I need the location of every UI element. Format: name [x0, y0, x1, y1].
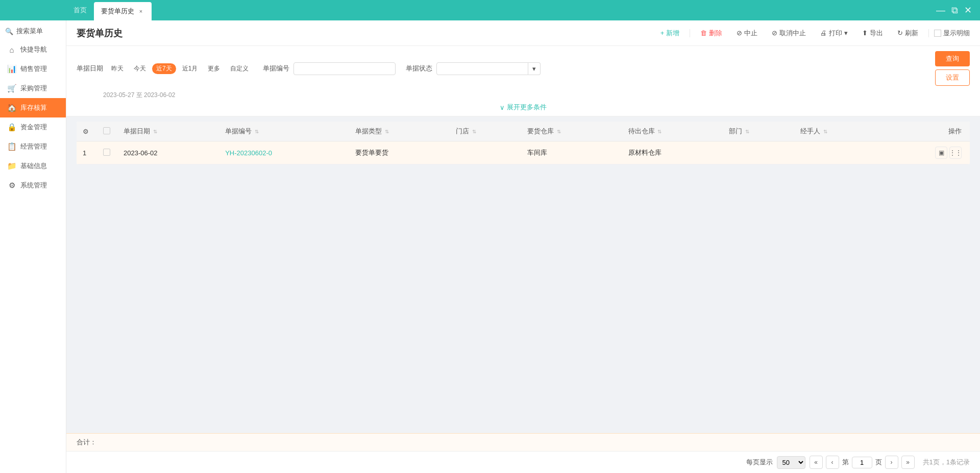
page-title: 要货单历史 — [77, 27, 122, 39]
filter-area: 单据日期 昨天 今天 近7天 近1月 更多 自定义 单据编号 — [66, 46, 980, 116]
first-page-btn[interactable]: « — [810, 456, 823, 469]
print-button[interactable]: 🖨 打印 ▾ — [815, 26, 853, 40]
th-handler[interactable]: 经手人 ⇅ — [794, 122, 880, 141]
sort-req-wh-icon: ⇅ — [557, 129, 561, 134]
minimize-icon[interactable]: — — [936, 5, 945, 16]
th-checkbox[interactable] — [97, 122, 117, 141]
order-history-tab-label: 要货单历史 — [101, 7, 134, 16]
cell-operation: ▣ ⋮⋮ — [880, 141, 970, 164]
refresh-button[interactable]: ↻ 刷新 — [892, 26, 923, 40]
expand-more-btn[interactable]: ∨ 展开更多条件 — [77, 101, 970, 116]
finance-icon: 🔒 — [7, 123, 16, 132]
th-operation: 操作 — [880, 122, 970, 141]
date-filter: 单据日期 昨天 今天 近7天 近1月 更多 自定义 — [77, 63, 253, 74]
sidebar-item-finance[interactable]: 🔒 资金管理 — [0, 117, 66, 137]
header-checkbox[interactable] — [103, 127, 110, 134]
content-area: 要货单历史 + 新增 🗑 删除 ⊘ 中止 ⊘ 取消中止 — [66, 20, 980, 473]
last-page-btn[interactable]: » — [901, 456, 915, 469]
stop-button[interactable]: ⊘ 中止 — [731, 26, 763, 40]
stop-icon: ⊘ — [737, 29, 742, 37]
sidebar-item-quick-nav[interactable]: ⌂ 快捷导航 — [0, 40, 66, 59]
sort-store-icon: ⇅ — [472, 129, 476, 134]
print-dropdown-icon: ▾ — [844, 29, 848, 37]
th-settings[interactable]: ⚙ — [77, 122, 97, 141]
next-page-btn[interactable]: › — [885, 456, 898, 469]
sidebar-label-operations: 经营管理 — [20, 142, 47, 151]
sidebar-item-purchase-mgmt[interactable]: 🛒 采购管理 — [0, 79, 66, 98]
cell-department — [723, 141, 794, 164]
sidebar-item-inventory[interactable]: 🏠 库存核算 — [0, 98, 66, 117]
bill-status-dropdown[interactable]: ▾ — [528, 62, 541, 75]
content-header: 要货单历史 + 新增 🗑 删除 ⊘ 中止 ⊘ 取消中止 — [66, 20, 980, 46]
tab-close-icon[interactable]: × — [137, 8, 144, 15]
sidebar-item-base-info[interactable]: 📁 基础信息 — [0, 156, 66, 176]
filter-settings-button[interactable]: 设置 — [935, 69, 970, 86]
row-checkbox[interactable] — [103, 149, 110, 156]
sidebar-item-system[interactable]: ⚙ 系统管理 — [0, 176, 66, 195]
th-pending-warehouse[interactable]: 待出仓库 ⇅ — [622, 122, 723, 141]
date-range-display: 2023-05-27 至 2023-06-02 — [103, 91, 175, 100]
shortcut-today[interactable]: 今天 — [130, 63, 150, 74]
th-bill-no[interactable]: 单据编号 ⇅ — [219, 122, 349, 141]
table-footer: 每页显示 50 10 20 100 « ‹ 第 页 › » 共1页，1条记录 — [66, 451, 980, 473]
sidebar-label-system: 系统管理 — [20, 181, 47, 190]
bill-no-link[interactable]: YH-20230602-0 — [225, 149, 272, 157]
shortcut-more[interactable]: 更多 — [204, 63, 224, 74]
th-req-warehouse[interactable]: 要货仓库 ⇅ — [521, 122, 622, 141]
tab-order-history[interactable]: 要货单历史 × — [94, 2, 152, 20]
cell-req-warehouse: 车间库 — [521, 141, 622, 164]
print-icon: 🖨 — [820, 29, 827, 37]
cell-bill-type: 要货单要货 — [349, 141, 450, 164]
display-detail-checkbox[interactable] — [934, 30, 941, 37]
bill-number-input[interactable] — [293, 62, 396, 75]
sidebar: 🔍 搜索菜单 ⌂ 快捷导航 📊 销售管理 🛒 采购管理 🏠 库存核算 🔒 — [0, 20, 66, 473]
total-info: 共1页，1条记录 — [923, 458, 970, 467]
cell-index: 1 — [77, 141, 97, 164]
row-more-icon[interactable]: ⋮⋮ — [949, 147, 962, 159]
close-window-icon[interactable]: ✕ — [964, 5, 972, 16]
sidebar-item-sales-mgmt[interactable]: 📊 销售管理 — [0, 59, 66, 79]
inventory-icon: 🏠 — [7, 103, 16, 112]
prev-page-btn[interactable]: ‹ — [826, 456, 839, 469]
sidebar-label-inventory: 库存核算 — [20, 103, 47, 112]
page-input[interactable] — [852, 457, 872, 468]
th-store[interactable]: 门店 ⇅ — [450, 122, 521, 141]
th-bill-type[interactable]: 单据类型 ⇅ — [349, 122, 450, 141]
shortcut-yesterday[interactable]: 昨天 — [107, 63, 128, 74]
tab-home[interactable]: 首页 — [66, 0, 94, 20]
row-view-icon[interactable]: ▣ — [935, 147, 947, 159]
bill-status-filter: 单据状态 ▾ — [406, 62, 541, 75]
sidebar-item-operations[interactable]: 📋 经营管理 — [0, 137, 66, 156]
new-button[interactable]: + 新增 — [655, 26, 684, 40]
cell-checkbox[interactable] — [97, 141, 117, 164]
delete-icon: 🗑 — [700, 29, 707, 37]
home-icon: ⌂ — [7, 45, 16, 54]
summary-label: 合计： — [77, 438, 96, 446]
restore-icon[interactable]: ⧉ — [951, 5, 958, 16]
cancel-stop-button[interactable]: ⊘ 取消中止 — [767, 26, 811, 40]
sort-handler-icon: ⇅ — [823, 129, 827, 134]
export-button[interactable]: ⬆ 导出 — [857, 26, 888, 40]
bill-status-input[interactable] — [436, 62, 528, 75]
bill-status-label: 单据状态 — [406, 64, 432, 73]
th-date[interactable]: 单据日期 ⇅ — [117, 122, 219, 141]
shortcut-1month[interactable]: 近1月 — [178, 63, 202, 74]
chart-icon: 📊 — [7, 64, 16, 74]
sort-billno-icon: ⇅ — [255, 129, 259, 134]
per-page-select[interactable]: 50 10 20 100 — [777, 456, 805, 469]
sort-dept-icon: ⇅ — [745, 129, 749, 134]
query-button[interactable]: 查询 — [935, 51, 970, 66]
page-unit: 页 — [875, 458, 882, 467]
sidebar-label-purchase-mgmt: 采购管理 — [20, 84, 47, 93]
base-icon: 📁 — [7, 161, 16, 171]
sidebar-label-sales-mgmt: 销售管理 — [20, 64, 47, 74]
sidebar-search[interactable]: 🔍 搜索菜单 — [0, 20, 66, 40]
shortcut-7days[interactable]: 近7天 — [152, 63, 176, 74]
th-department[interactable]: 部门 ⇅ — [723, 122, 794, 141]
data-table: ⚙ 单据日期 ⇅ 单据编号 ⇅ 单据类型 ⇅ 门店 ⇅ 要货仓库 ⇅ 待出仓库 … — [77, 122, 970, 164]
filter-row-1: 单据日期 昨天 今天 近7天 近1月 更多 自定义 单据编号 — [77, 51, 970, 91]
display-detail-option[interactable]: 显示明细 — [934, 29, 970, 38]
sort-date-icon: ⇅ — [153, 129, 157, 134]
shortcut-custom[interactable]: 自定义 — [226, 63, 253, 74]
delete-button[interactable]: 🗑 删除 — [695, 26, 727, 40]
